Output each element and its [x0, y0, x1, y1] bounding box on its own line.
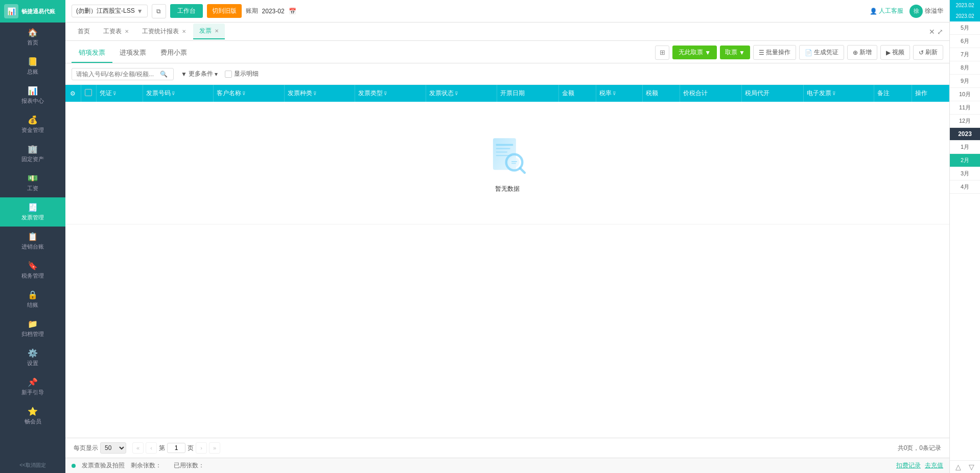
- no-ticket-button[interactable]: 无此取票 ▼: [672, 46, 717, 59]
- sidebar: 📊 畅捷通易代账 🏠 首页 📒 总账 📊 报表中心 💰 资金管理 🏢 固定资产 …: [0, 0, 65, 473]
- date-month-8[interactable]: 8月: [950, 61, 980, 75]
- col-invoice-status[interactable]: 发票状态 ⊽: [426, 85, 497, 102]
- empty-text: 暂无数据: [495, 185, 520, 193]
- tab-salary-stat-label: 工资统计报表: [142, 27, 179, 36]
- display-detail-checkbox[interactable]: 显示明细: [225, 70, 259, 78]
- pin-toggle[interactable]: <<取消固定: [0, 458, 65, 473]
- col-open-date[interactable]: 开票日期: [497, 85, 558, 102]
- col-tax-code[interactable]: 税局代开: [741, 85, 803, 102]
- copy-icon: ⧉: [156, 8, 161, 15]
- date-month-10[interactable]: 10月: [950, 88, 980, 101]
- tab-salary-stat[interactable]: 工资统计报表 ✕: [136, 24, 192, 39]
- batch-button[interactable]: ☰ 批量操作: [753, 45, 796, 60]
- refresh-label: 刷新: [925, 48, 938, 57]
- last-page-button[interactable]: »: [209, 442, 220, 454]
- search-box[interactable]: 🔍: [72, 68, 174, 80]
- sidebar-item-invoice[interactable]: 🧾 发票管理: [0, 197, 65, 227]
- expand-tabs-button[interactable]: ⤢: [937, 28, 943, 36]
- video-button[interactable]: ▶ 视频: [880, 45, 910, 60]
- sidebar-item-settings[interactable]: ⚙️ 设置: [0, 343, 65, 372]
- assets-icon: 🏢: [28, 144, 38, 154]
- close-tab-invoice-icon[interactable]: ✕: [215, 28, 219, 34]
- tab-invoice[interactable]: 发票 ✕: [193, 24, 225, 39]
- grid-view-button[interactable]: ⊞: [655, 46, 669, 60]
- copy-button[interactable]: ⧉: [152, 4, 166, 18]
- sidebar-item-ledger[interactable]: 📒 总账: [0, 52, 65, 81]
- date-nav-up-icon[interactable]: △: [955, 463, 961, 471]
- date-month-jan[interactable]: 1月: [950, 141, 980, 154]
- user-menu[interactable]: 徐 徐溢华: [909, 5, 943, 18]
- col-check[interactable]: [81, 85, 96, 102]
- new-icon: ⊕: [853, 49, 858, 56]
- col-amount[interactable]: 金额: [558, 85, 596, 102]
- date-month-6[interactable]: 6月: [950, 35, 980, 48]
- close-all-tabs-button[interactable]: ✕: [929, 28, 935, 36]
- col-invoice-cat[interactable]: 发票类型 ⊽: [355, 85, 426, 102]
- sidebar-item-salary[interactable]: 💵 工资: [0, 168, 65, 197]
- service-label: 人工客服: [879, 7, 903, 15]
- sidebar-item-archive[interactable]: 📁 归档管理: [0, 314, 65, 343]
- svg-rect-9: [511, 163, 516, 164]
- search-input[interactable]: [76, 71, 158, 78]
- sidebar-item-funds[interactable]: 💰 资金管理: [0, 110, 65, 139]
- sub-tab-expense-receipt[interactable]: 费用小票: [153, 45, 194, 63]
- deduction-record-link[interactable]: 扣费记录: [896, 461, 921, 470]
- col-customer[interactable]: 客户名称 ⊽: [214, 85, 285, 102]
- date-month-9[interactable]: 9月: [950, 75, 980, 88]
- switch-version-button[interactable]: 切到旧版: [207, 4, 242, 18]
- first-page-button[interactable]: «: [132, 442, 144, 454]
- video-icon: ▶: [886, 49, 891, 56]
- date-month-mar[interactable]: 3月: [950, 167, 980, 181]
- sidebar-item-tax[interactable]: 🔖 税务管理: [0, 256, 65, 285]
- col-remark-label: 备注: [877, 89, 890, 97]
- date-month-apr[interactable]: 4月: [950, 181, 980, 194]
- col-settings[interactable]: ⚙: [65, 85, 81, 102]
- date-month-feb[interactable]: 2月: [950, 154, 980, 167]
- col-tax-amount[interactable]: 税额: [642, 85, 680, 102]
- date-month-11[interactable]: 11月: [950, 101, 980, 115]
- sub-tab-sales-invoice[interactable]: 销项发票: [72, 45, 112, 63]
- col-invoice-type[interactable]: 发票种类 ⊽: [284, 85, 355, 102]
- new-button[interactable]: ⊕ 新增: [847, 45, 877, 60]
- ticket-button[interactable]: 取票 ▼: [720, 46, 750, 59]
- col-e-invoice[interactable]: 电子发票 ⊽: [803, 85, 874, 102]
- page-number-input[interactable]: [167, 443, 185, 453]
- sidebar-item-reports[interactable]: 📊 报表中心: [0, 81, 65, 110]
- col-voucher[interactable]: 凭证 ⊽: [96, 85, 143, 102]
- date-month-5[interactable]: 5月: [950, 21, 980, 35]
- date-month-7[interactable]: 7月: [950, 48, 980, 61]
- sidebar-item-home[interactable]: 🏠 首页: [0, 22, 65, 52]
- recharge-link[interactable]: 去充值: [925, 461, 943, 470]
- col-tax-total[interactable]: 价税合计: [680, 85, 742, 102]
- sidebar-item-close[interactable]: 🔒 结账: [0, 285, 65, 314]
- page-size-select[interactable]: 50 20 100: [100, 442, 126, 454]
- prev-page-button[interactable]: ‹: [146, 442, 157, 454]
- col-remark[interactable]: 备注: [874, 85, 912, 102]
- company-selector[interactable]: (勿删）江西股宝-LSS ▼: [72, 5, 148, 17]
- gen-voucher-button[interactable]: 📄 生成凭证: [799, 45, 844, 60]
- col-tax-rate[interactable]: 税率 ⊽: [596, 85, 642, 102]
- sidebar-item-sales[interactable]: 📋 进销台账: [0, 227, 65, 256]
- date-nav-down-icon[interactable]: ▽: [969, 463, 974, 471]
- sidebar-item-member[interactable]: ⭐ 畅会员: [0, 401, 65, 431]
- sidebar-item-guide[interactable]: 📌 新手引导: [0, 372, 65, 401]
- workbench-button[interactable]: 工作台: [170, 4, 203, 18]
- tab-home[interactable]: 首页: [72, 24, 96, 39]
- col-invoice-no[interactable]: 发票号码 ⊽: [143, 85, 214, 102]
- sidebar-item-assets[interactable]: 🏢 固定资产: [0, 139, 65, 168]
- tab-salary-table[interactable]: 工资表 ✕: [97, 24, 135, 39]
- sub-tab-purchase-invoice[interactable]: 进项发票: [112, 45, 153, 63]
- refresh-button[interactable]: ↺ 刷新: [913, 45, 943, 60]
- select-all-checkbox[interactable]: [85, 89, 92, 96]
- date-month-12[interactable]: 12月: [950, 115, 980, 128]
- next-page-button[interactable]: ›: [196, 442, 207, 454]
- calendar-icon[interactable]: 📅: [289, 8, 296, 15]
- more-filter-button[interactable]: ▼ 更多条件 ▾: [177, 67, 222, 80]
- col-invoice-type-filter-icon: ⊽: [313, 91, 317, 96]
- customer-service[interactable]: 👤 人工客服: [870, 7, 903, 15]
- display-detail-check-icon[interactable]: [225, 71, 232, 78]
- sidebar-label-home: 首页: [27, 39, 38, 47]
- search-icon[interactable]: 🔍: [160, 71, 168, 78]
- close-tab-salary-stat-icon[interactable]: ✕: [182, 29, 186, 34]
- close-tab-salary-table-icon[interactable]: ✕: [125, 29, 129, 34]
